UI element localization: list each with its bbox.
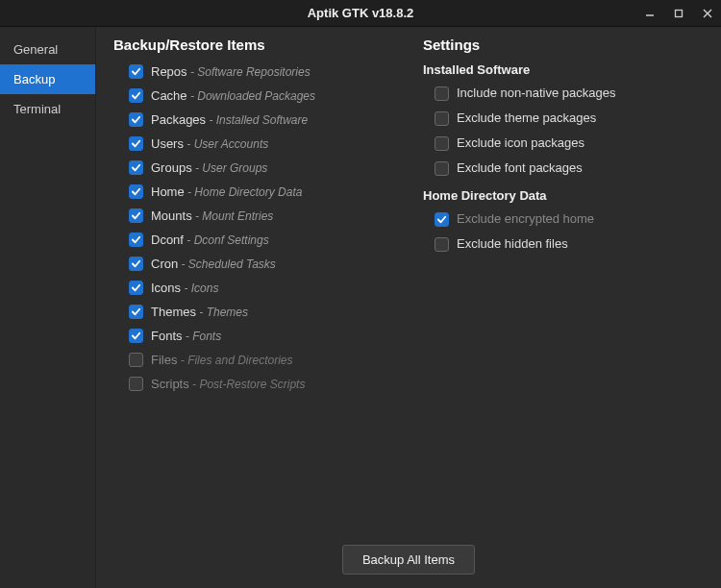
checkbox[interactable] [129, 281, 143, 295]
installed-software-block: Installed Software Include non-native pa… [423, 62, 704, 177]
sidebar-item-backup[interactable]: Backup [0, 64, 95, 94]
checkbox[interactable] [129, 233, 143, 247]
separator: - [183, 330, 193, 343]
backup-row-dconf[interactable]: Dconf - Dconf Settings [129, 231, 394, 249]
checkbox[interactable] [129, 112, 143, 127]
backup-row-themes[interactable]: Themes - Themes [129, 303, 394, 321]
backup-item-text: Cron - Scheduled Tasks [151, 255, 276, 273]
setting-row-exclude-font-packages[interactable]: Exclude font packages [435, 159, 704, 177]
setting-row-exclude-theme-packages[interactable]: Exclude theme packages [435, 110, 704, 127]
backup-item-label: Dconf [151, 233, 184, 247]
svg-rect-1 [676, 10, 683, 16]
backup-item-label: Users [151, 136, 184, 151]
setting-row-exclude-hidden-files[interactable]: Exclude hidden files [435, 235, 704, 253]
separator: - [187, 89, 198, 103]
separator: - [192, 209, 203, 223]
backup-column: Backup/Restore Items Repos - Software Re… [113, 37, 394, 533]
backup-title: Backup/Restore Items [113, 37, 394, 53]
checkbox[interactable] [129, 136, 143, 151]
backup-row-repos[interactable]: Repos - Software Repositories [129, 62, 394, 81]
backup-item-text: Home - Home Directory Data [151, 183, 302, 201]
window-controls [642, 0, 715, 26]
checkbox[interactable] [129, 88, 143, 103]
main-panel: Backup/Restore Items Repos - Software Re… [96, 27, 721, 588]
backup-item-desc: Themes [207, 306, 248, 319]
checkbox[interactable] [435, 111, 449, 126]
backup-item-label: Icons [151, 281, 181, 295]
backup-item-desc: Home Directory Data [194, 185, 302, 199]
backup-item-label: Home [151, 184, 185, 199]
backup-row-cache[interactable]: Cache - Downloaded Packages [129, 86, 394, 105]
setting-label: Exclude hidden files [457, 235, 568, 253]
maximize-icon[interactable] [671, 6, 686, 21]
checkbox[interactable] [129, 305, 143, 319]
backup-item-text: Users - User Accounts [151, 135, 268, 153]
setting-row-include-non-native-packages[interactable]: Include non-native packages [435, 85, 704, 102]
backup-item-text: Repos - Software Repositories [151, 62, 311, 81]
sidebar-item-general[interactable]: General [0, 35, 95, 64]
backup-row-home[interactable]: Home - Home Directory Data [129, 183, 394, 201]
setting-label: Exclude theme packages [457, 110, 596, 127]
home-directory-list: Exclude encrypted homeExclude hidden fil… [423, 210, 704, 253]
minimize-icon[interactable] [642, 6, 658, 21]
backup-item-label: Files [151, 353, 177, 367]
installed-software-list: Include non-native packagesExclude theme… [423, 85, 704, 177]
checkbox[interactable] [435, 161, 449, 176]
backup-item-desc: User Accounts [194, 137, 269, 151]
backup-item-label: Cron [151, 257, 178, 271]
backup-row-cron[interactable]: Cron - Scheduled Tasks [129, 255, 394, 273]
checkbox[interactable] [129, 377, 143, 391]
backup-item-list: Repos - Software RepositoriesCache - Dow… [113, 62, 394, 393]
home-directory-title: Home Directory Data [423, 188, 704, 203]
backup-item-desc: Fonts [192, 330, 221, 343]
backup-item-text: Groups - User Groups [151, 159, 267, 177]
backup-row-scripts[interactable]: Scripts - Post-Restore Scripts [129, 375, 394, 393]
backup-item-label: Themes [151, 305, 196, 319]
separator: - [192, 161, 203, 175]
separator: - [184, 233, 194, 247]
backup-all-button[interactable]: Backup All Items [342, 545, 475, 575]
backup-row-files[interactable]: Files - Files and Directories [129, 351, 394, 369]
backup-item-desc: Software Repositories [197, 65, 310, 79]
backup-item-text: Icons - Icons [151, 279, 218, 297]
backup-item-label: Cache [151, 88, 187, 103]
checkbox[interactable] [435, 136, 449, 151]
backup-row-mounts[interactable]: Mounts - Mount Entries [129, 207, 394, 225]
checkbox[interactable] [435, 237, 449, 252]
setting-label: Include non-native packages [457, 85, 616, 102]
checkbox[interactable] [435, 86, 449, 101]
backup-item-desc: Downloaded Packages [197, 89, 315, 103]
checkbox[interactable] [129, 64, 143, 79]
checkbox[interactable] [129, 184, 143, 199]
sidebar: GeneralBackupTerminal [0, 27, 96, 588]
separator: - [189, 378, 200, 391]
backup-item-desc: Dconf Settings [194, 233, 269, 247]
backup-row-users[interactable]: Users - User Accounts [129, 135, 394, 153]
checkbox[interactable] [129, 257, 143, 271]
separator: - [206, 113, 216, 127]
setting-row-exclude-encrypted-home: Exclude encrypted home [435, 210, 704, 228]
backup-item-text: Dconf - Dconf Settings [151, 231, 269, 249]
backup-row-icons[interactable]: Icons - Icons [129, 279, 394, 297]
backup-row-groups[interactable]: Groups - User Groups [129, 159, 394, 177]
close-icon[interactable] [700, 6, 715, 21]
checkbox[interactable] [129, 160, 143, 175]
backup-item-desc: Post-Restore Scripts [199, 378, 305, 391]
backup-row-packages[interactable]: Packages - Installed Software [129, 110, 394, 129]
sidebar-item-terminal[interactable]: Terminal [0, 94, 95, 124]
separator: - [185, 185, 195, 199]
window-title: Aptik GTK v18.8.2 [308, 6, 414, 20]
checkbox[interactable] [129, 208, 143, 223]
backup-item-desc: Icons [191, 282, 219, 295]
backup-item-text: Scripts - Post-Restore Scripts [151, 375, 305, 393]
backup-item-label: Groups [151, 160, 192, 175]
checkbox[interactable] [129, 353, 143, 367]
separator: - [178, 257, 188, 271]
checkbox[interactable] [129, 329, 143, 343]
setting-row-exclude-icon-packages[interactable]: Exclude icon packages [435, 135, 704, 152]
home-directory-block: Home Directory Data Exclude encrypted ho… [423, 188, 704, 253]
setting-label: Exclude encrypted home [457, 210, 594, 228]
backup-item-label: Mounts [151, 208, 192, 223]
backup-row-fonts[interactable]: Fonts - Fonts [129, 327, 394, 345]
backup-item-desc: Installed Software [216, 113, 308, 127]
